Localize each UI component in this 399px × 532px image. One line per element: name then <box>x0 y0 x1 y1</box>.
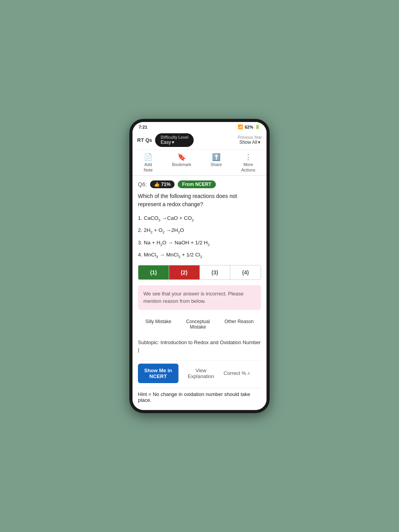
signal-icon: 📶 <box>238 124 243 129</box>
options-list: 1. CaCO3 →CaO + CO2 2. 2H2 + O2 →2H2O 3.… <box>138 214 261 259</box>
chevron-down-icon: ▾ <box>258 140 260 145</box>
share-icon: ⬆️ <box>212 153 221 161</box>
option-3: 3. Na + H2O → NaOH + 1/2 H2 <box>138 239 261 247</box>
other-reason-button[interactable]: Other Reason <box>220 316 258 332</box>
chevron-down-icon: ▾ <box>172 140 174 145</box>
add-note-button[interactable]: 📄 Add Note <box>144 153 153 172</box>
ncert-badge: From NCERT <box>178 180 216 188</box>
nav-title: RT Qs <box>137 137 152 143</box>
more-icon: ⋮ <box>245 153 252 161</box>
view-explanation-button[interactable]: View Explanation <box>182 368 220 379</box>
add-note-icon: 📄 <box>144 153 152 161</box>
battery-icon: 🔋 <box>255 124 260 129</box>
status-battery: 📶 62% 🔋 <box>238 124 260 129</box>
more-actions-button[interactable]: ⋮ More Actions <box>241 153 255 172</box>
reason-buttons: Silly Mistake ConceptualMistake Other Re… <box>138 316 261 332</box>
hint-text: Hint = No change in oxidation number sho… <box>138 388 261 405</box>
share-button[interactable]: ⬆️ Share <box>210 153 222 172</box>
question-text: Which of the following reactions does no… <box>138 192 261 209</box>
correct-percent-button[interactable]: Correct % ∧ <box>224 370 261 376</box>
option-1: 1. CaCO3 →CaO + CO2 <box>138 214 261 223</box>
content-area: Q6: 👍 71% From NCERT Which of the follow… <box>132 176 267 410</box>
phone-screen: 7:21 📶 62% 🔋 RT Qs Difficulty Level Easy… <box>132 122 267 410</box>
difficulty-button[interactable]: Difficulty Level Easy ▾ <box>155 133 194 147</box>
silly-mistake-button[interactable]: Silly Mistake <box>141 316 176 332</box>
answer-button-3[interactable]: (3) <box>200 265 231 279</box>
chevron-up-icon: ∧ <box>247 371 251 376</box>
answer-button-4[interactable]: (4) <box>230 265 261 279</box>
answer-button-1[interactable]: (1) <box>138 265 169 279</box>
thumb-badge: 👍 71% <box>150 180 175 188</box>
option-2: 2. 2H2 + O2 →2H2O <box>138 226 261 235</box>
phone-frame: 7:21 📶 62% 🔋 RT Qs Difficulty Level Easy… <box>129 119 270 413</box>
bottom-buttons: Show Me inNCERT View Explanation Correct… <box>138 360 261 386</box>
status-bar: 7:21 📶 62% 🔋 <box>132 122 267 131</box>
answer-button-2[interactable]: (2) <box>169 265 200 279</box>
option-4: 4. MnCl3 → MnCl2 + 1/2 Cl2 <box>138 251 261 260</box>
thumb-icon: 👍 <box>154 182 160 187</box>
top-nav: RT Qs Difficulty Level Easy ▾ Previous Y… <box>132 131 267 150</box>
prev-year-button[interactable]: Previous Year Show All ▾ <box>238 135 262 145</box>
subtopic: Subtopic: Introduction to Redox and Oxid… <box>138 339 261 354</box>
status-time: 7:21 <box>139 125 147 129</box>
show-ncert-button[interactable]: Show Me inNCERT <box>138 364 178 383</box>
incorrect-notice: We see that your answer is incorrect. Pl… <box>138 285 261 310</box>
question-number: Q6: <box>138 181 147 187</box>
bookmark-icon: 🔖 <box>177 153 186 161</box>
toolbar: 📄 Add Note 🔖 Bookmark ⬆️ Share ⋮ More Ac… <box>132 150 267 176</box>
question-header: Q6: 👍 71% From NCERT <box>138 180 261 188</box>
conceptual-mistake-button[interactable]: ConceptualMistake <box>182 316 214 332</box>
answer-buttons: (1) (2) (3) (4) <box>138 265 261 280</box>
bookmark-button[interactable]: 🔖 Bookmark <box>172 153 191 172</box>
